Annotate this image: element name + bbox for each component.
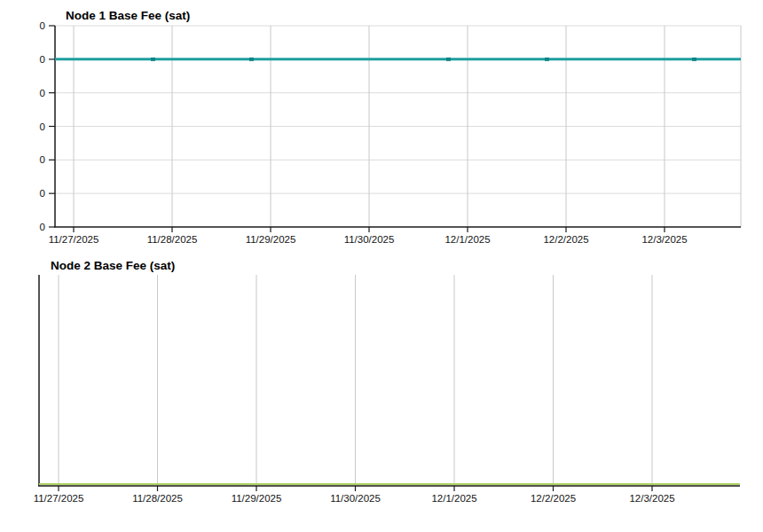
y-tick-label: 0 bbox=[40, 20, 45, 31]
data-point-marker bbox=[692, 58, 696, 61]
x-tick-label: 12/2/2025 bbox=[531, 493, 576, 504]
x-tick-label: 11/27/2025 bbox=[34, 493, 84, 504]
x-tick-label: 11/30/2025 bbox=[344, 234, 395, 245]
node1-chart-title: Node 1 Base Fee (sat) bbox=[66, 9, 190, 22]
y-tick-label: 0 bbox=[40, 154, 45, 165]
x-tick-label: 11/29/2025 bbox=[232, 493, 282, 504]
x-tick-label: 11/27/2025 bbox=[49, 234, 99, 245]
data-point-marker bbox=[249, 58, 254, 61]
x-tick-label: 12/1/2025 bbox=[444, 234, 490, 245]
x-tick-label: 12/1/2025 bbox=[431, 493, 476, 504]
y-tick-label: 0 bbox=[40, 121, 45, 132]
x-tick-label: 12/3/2025 bbox=[641, 234, 687, 245]
x-tick-label: 12/2/2025 bbox=[543, 234, 588, 245]
x-tick-label: 12/3/2025 bbox=[629, 493, 674, 504]
data-point-marker bbox=[446, 58, 451, 61]
y-tick-label: 0 bbox=[40, 188, 45, 199]
x-tick-label: 11/29/2025 bbox=[246, 234, 296, 245]
y-tick-label: 0 bbox=[40, 54, 45, 65]
base-fee-dashboard: Node 1 Base Fee (sat) 000000011/27/20251… bbox=[0, 0, 763, 532]
data-point-marker bbox=[151, 58, 155, 61]
fee-charts-figure: Node 1 Base Fee (sat) 000000011/27/20251… bbox=[0, 0, 763, 532]
node2-base-fee-chart: Node 2 Base Fee (sat) 11/27/202511/28/20… bbox=[34, 259, 740, 504]
y-tick-label: 0 bbox=[40, 88, 45, 98]
x-tick-label: 11/30/2025 bbox=[330, 493, 381, 504]
y-tick-label: 0 bbox=[40, 222, 45, 232]
x-tick-label: 11/28/2025 bbox=[132, 493, 183, 504]
node1-base-fee-chart: Node 1 Base Fee (sat) 000000011/27/20251… bbox=[40, 9, 741, 245]
node2-chart-title: Node 2 Base Fee (sat) bbox=[51, 259, 175, 272]
data-point-marker bbox=[545, 58, 549, 61]
x-tick-label: 11/28/2025 bbox=[147, 234, 198, 245]
